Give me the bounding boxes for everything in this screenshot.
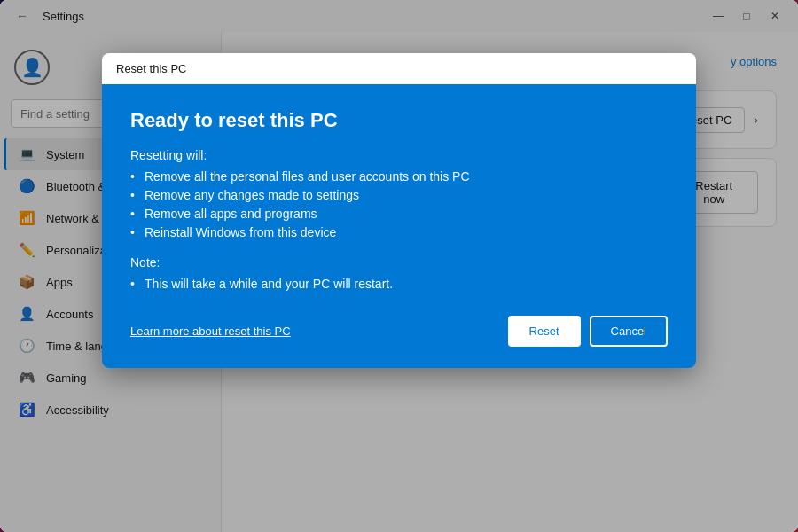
reset-button[interactable]: Reset xyxy=(508,316,581,347)
modal-title: Reset this PC xyxy=(116,62,186,75)
list-item: Reinstall Windows from this device xyxy=(130,225,668,239)
modal-body: Ready to reset this PC Resetting will: R… xyxy=(102,84,696,368)
modal-title-bar: Reset this PC xyxy=(102,53,696,84)
reset-modal: Reset this PC Ready to reset this PC Res… xyxy=(102,53,696,368)
modal-footer: Learn more about reset this PC Reset Can… xyxy=(130,316,668,347)
modal-buttons: Reset Cancel xyxy=(508,316,668,347)
modal-heading: Ready to reset this PC xyxy=(130,109,668,132)
cancel-button[interactable]: Cancel xyxy=(590,316,668,347)
learn-more-link[interactable]: Learn more about reset this PC xyxy=(130,325,291,338)
note-title: Note: xyxy=(130,255,668,270)
list-item: Remove all the personal files and user a… xyxy=(130,169,668,184)
resetting-will-list: Remove all the personal files and user a… xyxy=(130,169,668,239)
note-list: This will take a while and your PC will … xyxy=(130,277,668,291)
modal-overlay: Reset this PC Ready to reset this PC Res… xyxy=(0,0,798,532)
settings-window: ← Settings — □ ✕ 👤 💻 System 🔵 Blue xyxy=(0,0,798,532)
list-item: Remove all apps and programs xyxy=(130,207,668,221)
list-item: This will take a while and your PC will … xyxy=(130,277,668,291)
list-item: Remove any changes made to settings xyxy=(130,188,668,202)
resetting-will-label: Resetting will: xyxy=(130,148,668,162)
